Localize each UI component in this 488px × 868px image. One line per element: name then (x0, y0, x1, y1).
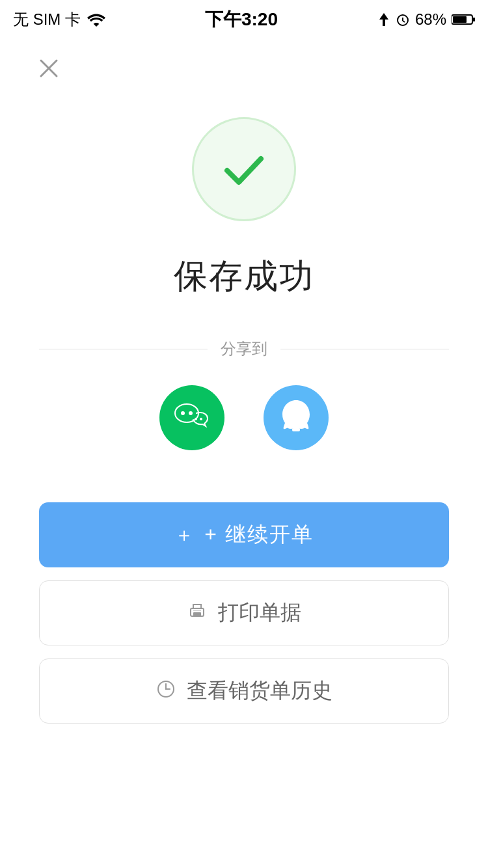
svg-point-10 (189, 411, 193, 415)
wifi-icon (87, 12, 105, 27)
qq-icon (277, 398, 316, 438)
svg-point-9 (181, 411, 185, 415)
status-left: 无 SIM 卡 (13, 9, 105, 30)
history-label: 查看销货单历史 (187, 677, 332, 705)
success-title: 保存成功 (174, 254, 314, 299)
print-label: 打印单据 (218, 599, 301, 627)
sim-status: 无 SIM 卡 (13, 9, 81, 30)
svg-rect-5 (453, 16, 467, 23)
status-bar: 无 SIM 卡 下午3:20 68% (0, 0, 488, 39)
battery-icon (452, 14, 475, 25)
continue-button[interactable]: ＋ + 继续开单 (39, 502, 449, 567)
svg-rect-4 (472, 18, 475, 21)
share-icons (159, 385, 329, 450)
action-buttons: ＋ + 继续开单 打印单据 查看销货单历 (39, 502, 449, 724)
svg-rect-17 (193, 612, 201, 616)
svg-line-2 (403, 21, 405, 22)
status-right: 68% (377, 10, 475, 29)
print-button[interactable]: 打印单据 (39, 580, 449, 645)
history-button[interactable]: 查看销货单历史 (39, 658, 449, 724)
wechat-share-button[interactable] (159, 385, 224, 450)
continue-label: + 继续开单 (204, 521, 314, 549)
status-time: 下午3:20 (205, 7, 278, 32)
share-divider: 分享到 (39, 338, 449, 359)
divider-line-left (39, 349, 208, 349)
share-label: 分享到 (221, 338, 267, 359)
svg-point-12 (200, 418, 202, 420)
location-icon (377, 13, 390, 26)
qq-share-button[interactable] (264, 385, 329, 450)
svg-point-13 (286, 424, 295, 429)
close-icon (37, 57, 61, 80)
svg-rect-15 (292, 428, 300, 431)
success-circle (192, 117, 296, 221)
svg-point-11 (195, 418, 197, 420)
battery-percent: 68% (415, 10, 446, 29)
print-icon (187, 601, 208, 626)
close-button[interactable] (33, 52, 65, 85)
svg-point-14 (297, 424, 306, 429)
divider-line-right (280, 349, 449, 349)
checkmark-icon (218, 143, 270, 195)
wechat-icon (172, 400, 211, 436)
plus-icon: ＋ (174, 522, 194, 549)
history-icon (156, 679, 176, 704)
alarm-icon (396, 12, 410, 27)
main-content: 保存成功 分享到 (0, 39, 488, 724)
svg-rect-18 (193, 610, 201, 611)
